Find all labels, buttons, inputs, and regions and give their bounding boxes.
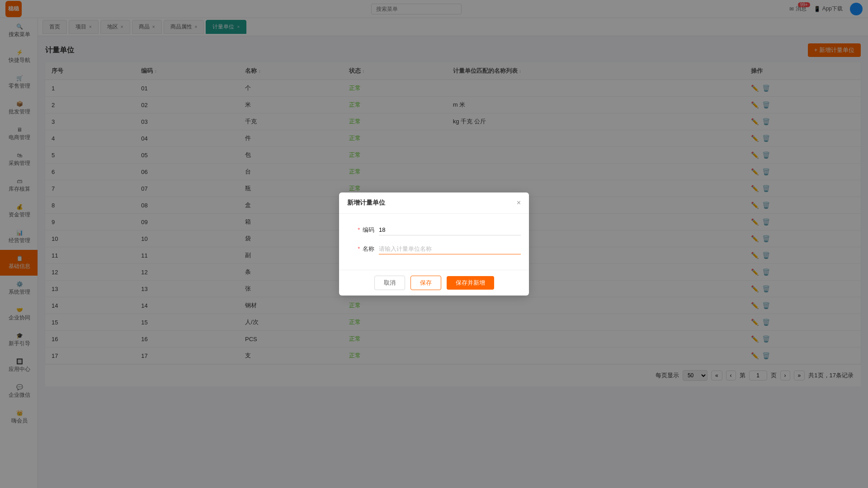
form-row-code: * 编码 — [347, 225, 521, 235]
code-input[interactable] — [379, 225, 521, 235]
modal-header: 新增计量单位 × — [339, 192, 529, 214]
name-label: * 名称 — [347, 245, 374, 253]
required-star: * — [358, 245, 360, 252]
code-label: * 编码 — [347, 226, 374, 234]
save-button[interactable]: 保存 — [410, 276, 441, 290]
modal-close-btn[interactable]: × — [517, 199, 521, 207]
modal-overlay: 新增计量单位 × * 编码 * 名称 取消 保存 保存并新增 — [0, 0, 868, 488]
name-input[interactable] — [379, 244, 521, 254]
required-star: * — [358, 226, 360, 233]
save-new-button[interactable]: 保存并新增 — [447, 276, 494, 290]
modal-footer: 取消 保存 保存并新增 — [339, 270, 529, 296]
add-unit-modal: 新增计量单位 × * 编码 * 名称 取消 保存 保存并新增 — [339, 192, 529, 296]
cancel-button[interactable]: 取消 — [374, 276, 405, 290]
form-row-name: * 名称 — [347, 244, 521, 254]
modal-body: * 编码 * 名称 — [339, 214, 529, 270]
modal-title: 新增计量单位 — [347, 199, 385, 207]
